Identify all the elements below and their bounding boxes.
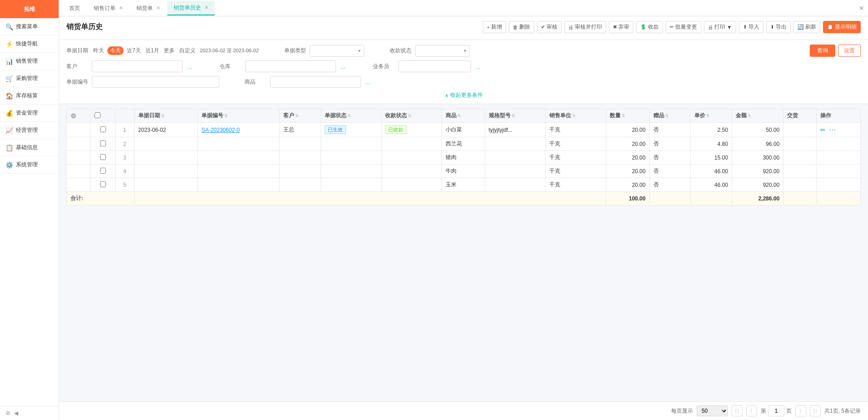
doc-no-input[interactable] xyxy=(92,76,219,88)
new-button[interactable]: +新增 xyxy=(483,21,506,33)
show-detail-button[interactable]: 📋显示明细 xyxy=(823,21,861,33)
audit-button[interactable]: ✔审核 xyxy=(537,21,562,33)
sidebar-item-sales-mgmt[interactable]: 📊销售管理 xyxy=(0,53,59,70)
import-button[interactable]: ⬆导入 xyxy=(739,21,763,33)
delete-button[interactable]: 🗑删除 xyxy=(509,21,534,33)
tab-close-sales-delivery[interactable]: ✕ xyxy=(156,1,160,15)
col-header-doc_date[interactable]: 单据日期⇅ xyxy=(134,109,197,123)
per-page-select[interactable]: 50 100 xyxy=(697,405,728,416)
abandon-button[interactable]: ✖弃审 xyxy=(609,21,633,33)
doc-type-select[interactable] xyxy=(310,45,364,57)
sidebar-item-inventory[interactable]: 🏠库存核算 xyxy=(0,87,59,105)
col-header-doc_status[interactable]: 单据状态⇅ xyxy=(321,109,381,123)
export-button[interactable]: ⬇导出 xyxy=(766,21,791,33)
print-button[interactable]: 🖨打印▼ xyxy=(704,21,736,33)
product-ellipsis[interactable]: ... xyxy=(364,79,372,85)
sort-gift[interactable]: ⇅ xyxy=(665,114,669,118)
date-shortcut-近7天[interactable]: 近7天 xyxy=(125,46,142,55)
date-shortcut-昨天[interactable]: 昨天 xyxy=(92,46,105,55)
row-doc-status-3 xyxy=(321,165,381,178)
sidebar-item-search-menu[interactable]: 🔍搜索菜单 xyxy=(0,18,59,35)
tab-close-sales-order[interactable]: ✕ xyxy=(119,1,123,15)
table-settings-icon[interactable]: ⚙ xyxy=(70,112,76,120)
sort-doc_status[interactable]: ⇅ xyxy=(347,114,351,118)
product-input[interactable] xyxy=(270,76,361,88)
last-page-button[interactable]: ⟩⟩ xyxy=(810,405,821,416)
refresh-button[interactable]: 🔄刷新 xyxy=(793,21,820,33)
row-checkbox-2[interactable] xyxy=(100,154,106,160)
warehouse-ellipsis[interactable]: ... xyxy=(339,63,347,70)
row-settings-2 xyxy=(67,151,91,165)
col-header-spec[interactable]: 规格型号⇅ xyxy=(485,109,545,123)
col-header-doc_no[interactable]: 单据编号⇅ xyxy=(198,109,280,123)
tab-sales-history[interactable]: 销货单历史✕ xyxy=(167,1,215,15)
date-shortcut-自定义[interactable]: 自定义 xyxy=(178,46,197,55)
row-checkbox-3[interactable] xyxy=(100,168,106,174)
tab-home[interactable]: 首页 xyxy=(63,1,86,15)
receive-button[interactable]: 💲收款 xyxy=(636,21,663,33)
payment-status-select[interactable] xyxy=(415,45,470,57)
first-page-button[interactable]: ⟨⟨ xyxy=(732,405,743,416)
col-header-payment_status[interactable]: 收款状态⇅ xyxy=(381,109,442,123)
sort-customer[interactable]: ⇅ xyxy=(295,114,299,118)
query-button[interactable]: 查询 xyxy=(810,45,835,57)
row-action-0[interactable]: ✏ ⋯ xyxy=(817,123,861,137)
row-checkbox-4[interactable] xyxy=(100,181,106,187)
more-action-0[interactable]: ⋯ xyxy=(829,126,836,134)
col-header-qty[interactable]: 数量⇅ xyxy=(606,109,649,123)
sort-price[interactable]: ⇅ xyxy=(706,114,710,118)
doc-no-link-0[interactable]: SA-20230602-0 xyxy=(201,127,240,133)
batch-change-button[interactable]: ✏批量变更 xyxy=(666,21,701,33)
doc-status-badge-0: 已生效 xyxy=(325,125,346,134)
select-all-checkbox[interactable] xyxy=(95,112,100,118)
col-header-price[interactable]: 单价⇅ xyxy=(691,109,732,123)
sort-product[interactable]: ⇅ xyxy=(457,114,461,118)
edit-action-0[interactable]: ✏ xyxy=(820,126,826,134)
tab-sales-delivery[interactable]: 销货单✕ xyxy=(130,1,166,15)
customer-input[interactable] xyxy=(92,60,183,72)
sidebar-item-operations[interactable]: 📈经营管理 xyxy=(0,122,59,139)
close-all-tabs-button[interactable]: ✕ xyxy=(859,5,864,12)
sidebar-item-purchase-mgmt[interactable]: 🛒采购管理 xyxy=(0,70,59,87)
salesperson-input[interactable] xyxy=(398,60,471,72)
tab-close-sales-history[interactable]: ✕ xyxy=(205,0,208,15)
sidebar-item-basic-info[interactable]: 📋基础信息 xyxy=(0,139,59,156)
date-shortcut-今天[interactable]: 今天 xyxy=(107,46,124,55)
col-header-customer[interactable]: 客户⇅ xyxy=(279,109,321,123)
row-checkbox-0[interactable] xyxy=(100,126,106,132)
row-checkbox-1[interactable] xyxy=(100,140,106,146)
customer-ellipsis[interactable]: ... xyxy=(186,63,194,70)
batch-change-icon: ✏ xyxy=(670,24,674,30)
col-header-product[interactable]: 商品⇅ xyxy=(442,109,485,123)
sidebar-item-quick-nav[interactable]: ⚡快捷导航 xyxy=(0,35,59,53)
sort-doc_no[interactable]: ⇅ xyxy=(224,114,228,118)
row-product-0: 小白菜 xyxy=(442,123,485,137)
sort-spec[interactable]: ⇅ xyxy=(512,114,515,118)
date-label: 单据日期 xyxy=(66,47,89,55)
col-header-unit[interactable]: 销售单位⇅ xyxy=(545,109,606,123)
sort-payment_status[interactable]: ⇅ xyxy=(408,114,411,118)
sort-doc_date[interactable]: ⇅ xyxy=(161,114,165,118)
set-button[interactable]: 设置 xyxy=(838,45,861,57)
tab-sales-order[interactable]: 销售订单✕ xyxy=(87,1,129,15)
collapse-button[interactable]: ∧ 收起更多条件 xyxy=(445,91,483,99)
sort-amount[interactable]: ⇅ xyxy=(748,114,751,118)
sidebar-item-sys-mgmt[interactable]: ⚙️系统管理 xyxy=(0,156,59,174)
page-input[interactable] xyxy=(768,405,784,416)
col-header-amount[interactable]: 金额⇅ xyxy=(732,109,783,123)
salesperson-ellipsis[interactable]: ... xyxy=(474,63,482,70)
sort-qty[interactable]: ⇅ xyxy=(622,114,625,118)
col-header-gift[interactable]: 赠品⇅ xyxy=(649,109,691,123)
operations-icon: 📈 xyxy=(5,127,13,134)
date-shortcut-更多[interactable]: 更多 xyxy=(162,46,176,55)
audit-print-button[interactable]: 🖨审核并打印 xyxy=(564,21,606,33)
date-shortcut-近1月[interactable]: 近1月 xyxy=(144,46,161,55)
row-doc-no-0[interactable]: SA-20230602-0 xyxy=(198,123,280,137)
abandon-label: 弃审 xyxy=(618,23,629,31)
sort-unit[interactable]: ⇅ xyxy=(572,114,576,118)
sidebar-item-finance[interactable]: 💰资金管理 xyxy=(0,105,59,122)
next-page-button[interactable]: ⟩ xyxy=(795,405,806,416)
col-label-unit: 销售单位 xyxy=(549,112,571,119)
prev-page-button[interactable]: ⟨ xyxy=(746,405,757,416)
warehouse-input[interactable] xyxy=(245,60,336,72)
